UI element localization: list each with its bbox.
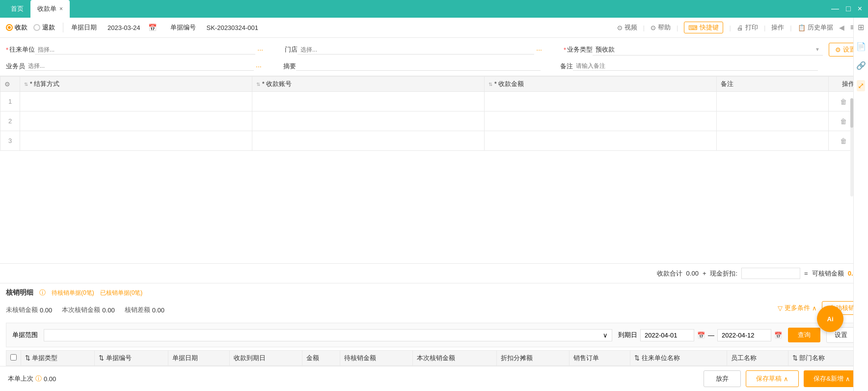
date-range-separator: — (708, 332, 714, 339)
last-value: 0.00 (44, 375, 56, 383)
right-sidebar: ⊞ 📄 🔗 ⤢ (853, 18, 868, 391)
sidebar-table-icon[interactable]: ⊞ (858, 23, 864, 32)
verify-section: 核销明细 ⓘ 待核销单据(0笔) 已核销单据(0笔) 未核销金额 0.00 本次… (0, 283, 868, 366)
table-row: 3 🗑 ⊕ (0, 131, 868, 151)
query-button[interactable]: 查询 (788, 328, 820, 342)
sidebar-link-icon[interactable]: 🔗 (856, 61, 866, 70)
td-settle-2[interactable] (20, 112, 252, 131)
diff-stat: 核销差额 0.00 (125, 306, 164, 314)
biz-type-select[interactable]: 预收款 ▼ (593, 44, 823, 56)
discount-input[interactable] (741, 268, 800, 279)
range-dropdown-arrow: ∨ (603, 332, 608, 339)
ops-btn[interactable]: 操作 (771, 23, 784, 32)
tab-receipt[interactable]: 收款单 × (30, 0, 70, 18)
staff-label: 业务员 (6, 62, 25, 71)
done-tab[interactable]: 已核销单据(0笔) (100, 289, 143, 297)
range-filter: 单据范围 ∨ 到期日 📅 — 📅 查询 设置 (6, 323, 862, 347)
save-draft-label: 保存草稿 (756, 374, 782, 383)
radio-refund[interactable]: 退款 (33, 23, 55, 32)
calendar-icon[interactable]: 📅 (148, 24, 157, 31)
th-discount: 折扣分摊额 (497, 351, 570, 366)
calendar-from-icon[interactable]: 📅 (697, 332, 705, 339)
maximize-icon[interactable]: □ (844, 3, 853, 14)
close-icon[interactable]: × (856, 3, 864, 14)
th-checkbox[interactable] (6, 351, 21, 366)
current-verify-stat: 本次核销金额 0.00 (62, 306, 114, 314)
radio-receipt[interactable]: 收款 (6, 23, 27, 32)
summary-input[interactable] (296, 61, 541, 71)
ai-button[interactable]: Ai (817, 306, 843, 332)
staff-input[interactable] (25, 61, 254, 71)
sidebar-expand-icon[interactable]: ⤢ (857, 80, 865, 91)
abandon-button[interactable]: 放弃 (704, 370, 741, 387)
tab-close-icon[interactable]: × (59, 5, 63, 12)
filter-icon: ▽ (778, 305, 783, 312)
history-icon: 📋 (798, 24, 806, 31)
sidebar-doc-icon[interactable]: 📄 (856, 42, 866, 51)
th-gear[interactable]: ⚙ (0, 77, 20, 92)
th-settle: ⇅ * 结算方式 (20, 77, 252, 92)
number-value: SK-20230324-001 (207, 24, 259, 31)
history-btn[interactable]: 📋 历史单据 (798, 23, 833, 32)
date-from-input[interactable] (640, 329, 694, 341)
video-btn[interactable]: ⊙ 视频 (617, 23, 637, 32)
summary-field: 摘要 (283, 61, 541, 71)
biz-type-label: 业务类型 (567, 45, 593, 54)
calendar-to-icon[interactable]: 📅 (774, 332, 782, 339)
tab-home[interactable]: 首页 (4, 0, 30, 18)
gear-icon: ⚙ (4, 81, 10, 88)
total-value: 0.00 (686, 270, 699, 277)
save-new-label: 保存&新增 (814, 374, 843, 383)
bottom-table: ⇅ 单据类型 ⇅ 单据编号 单据日期 收款到期日 (6, 350, 862, 366)
verify-header: 核销明细 ⓘ 待核销单据(0笔) 已核销单据(0笔) (6, 288, 862, 297)
range-dropdown[interactable]: ∨ (44, 329, 612, 341)
counterpart-more-icon[interactable]: ··· (255, 46, 265, 54)
save-draft-button[interactable]: 保存草稿 ∧ (746, 370, 799, 387)
diff-value: 0.00 (152, 307, 164, 314)
td-remarks-3[interactable] (717, 131, 829, 151)
remarks-input[interactable] (573, 61, 818, 71)
store-input[interactable] (298, 45, 534, 55)
print-btn[interactable]: 🖨 打印 (737, 23, 758, 32)
help-btn[interactable]: ⊙ 帮助 (651, 23, 671, 32)
date-to-input[interactable] (717, 329, 771, 341)
td-account-1[interactable] (252, 92, 485, 112)
nav-prev-icon[interactable]: ◀ (839, 24, 844, 31)
td-remarks-1[interactable] (717, 92, 829, 112)
row-num-1: 1 (0, 92, 20, 112)
pending-tab[interactable]: 待核销单据(0笔) (52, 289, 94, 297)
range-label: 单据范围 (12, 331, 38, 339)
staff-more-icon[interactable]: ··· (254, 62, 264, 70)
counterpart-input[interactable] (35, 45, 255, 55)
delete-icon-3[interactable]: 🗑 (840, 137, 847, 145)
td-settle-1[interactable] (20, 92, 252, 112)
td-remarks-2[interactable] (717, 112, 829, 131)
th-staff: 员工名称 (727, 351, 788, 366)
receipt-table-container: ⚙ ⇅ * 结算方式 ⇅ * 收款账号 ⇅ * 收款 (0, 76, 868, 264)
nav-arrows: ◀ (839, 24, 844, 31)
td-amount-3[interactable] (485, 131, 717, 151)
td-account-3[interactable] (252, 131, 485, 151)
verify-stats: 未核销金额 0.00 本次核销金额 0.00 核销差额 0.00 ▽ 更多条件 … (6, 301, 862, 319)
current-verify-label: 本次核销金额 (62, 306, 100, 314)
counterpart-field: * 往来单位 ··· (6, 45, 265, 55)
delete-icon-2[interactable]: 🗑 (840, 117, 847, 125)
td-account-2[interactable] (252, 112, 485, 131)
select-all-checkbox[interactable] (10, 354, 17, 361)
remarks-field: 备注 (560, 61, 818, 71)
store-more-icon[interactable]: ··· (534, 46, 544, 54)
td-settle-3[interactable] (20, 131, 252, 151)
minimize-icon[interactable]: — (829, 3, 841, 14)
delete-icon-1[interactable]: 🗑 (840, 98, 847, 106)
th-current: 本次核销金额 (412, 351, 496, 366)
verify-info-icon[interactable]: ⓘ (39, 288, 46, 297)
more-conditions-btn[interactable]: ▽ 更多条件 ∧ (778, 304, 817, 312)
last-info-icon[interactable]: ⓘ (35, 374, 42, 383)
td-amount-2[interactable] (485, 112, 717, 131)
shortcut-btn[interactable]: ⌨ 快捷键 (684, 22, 723, 33)
video-icon: ⊙ (617, 24, 623, 31)
td-amount-1[interactable] (485, 92, 717, 112)
save-new-button[interactable]: 保存&新增 ∧ (804, 370, 860, 387)
print-icon: 🖨 (737, 24, 743, 31)
th-remarks: 备注 (717, 77, 829, 92)
